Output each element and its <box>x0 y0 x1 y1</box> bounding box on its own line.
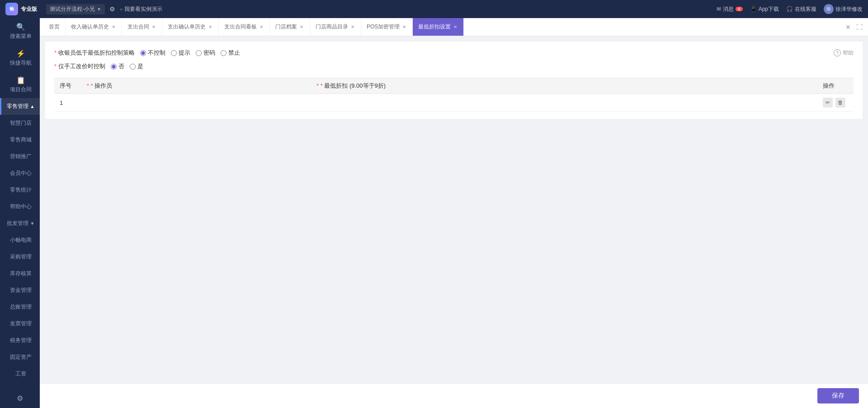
tab-payment-contract[interactable]: 支出合同 ✕ <box>122 18 162 36</box>
sidebar-item-wholesale[interactable]: 批发管理 ▼ <box>0 215 40 232</box>
sidebar-item-ecommerce[interactable]: 小畅电商 <box>0 232 40 249</box>
tab-pos-password[interactable]: POS加密管理 ✕ <box>361 18 413 36</box>
sidebar-item-tax[interactable]: 税务管理 <box>0 332 40 349</box>
col-header-action: 操作 <box>817 78 854 94</box>
field1-radio-password[interactable] <box>196 50 202 56</box>
sidebar-item-ledger[interactable]: 总账管理 <box>0 299 40 315</box>
sidebar-item-search[interactable]: 🔍 搜索菜单 <box>0 18 40 45</box>
tab-close-all-button[interactable]: ✕ <box>844 22 853 33</box>
sidebar-label-retail: 零售管理 <box>7 103 28 110</box>
sidebar-label-smart-store: 智慧门店 <box>10 119 32 127</box>
tab-store-file[interactable]: 门店档案 ✕ <box>270 18 310 36</box>
online-service-label: 在线客服 <box>795 5 816 13</box>
settings-card: 收银员低于最低折扣控制策略 不控制 提示 密码 <box>45 42 863 119</box>
table-row: 1 ✏ 🗑 <box>54 94 854 112</box>
tab-pos-password-label: POS加密管理 <box>367 23 400 31</box>
sidebar-item-invoice[interactable]: 发票管理 <box>0 315 40 332</box>
sidebar-label-member: 会员中心 <box>10 169 32 177</box>
tab-payment-confirm-history[interactable]: 支出确认单历史 ✕ <box>162 18 219 36</box>
sidebar-label-ledger: 总账管理 <box>10 303 32 311</box>
tab-store-file-close[interactable]: ✕ <box>299 24 304 30</box>
tab-pos-password-close[interactable]: ✕ <box>401 24 407 30</box>
sidebar-item-assets[interactable]: 固定资产 <box>0 349 40 366</box>
tab-fullscreen-button[interactable]: ⛶ <box>854 22 864 33</box>
field1-option-forbid[interactable]: 禁止 <box>221 49 240 57</box>
phone-icon: 📱 <box>750 6 757 12</box>
field2-option-no[interactable]: 否 <box>111 62 124 70</box>
sidebar-item-salary[interactable]: 工资 <box>0 366 40 382</box>
field2-radio-yes[interactable] <box>130 64 136 70</box>
tab-payment-contract-label: 支出合同 <box>127 23 149 31</box>
tab-payment-contract-view[interactable]: 支出合同看板 ✕ <box>219 18 270 36</box>
tab-payment-confirm-history-label: 支出确认单历史 <box>168 23 206 31</box>
field1-radio-remind[interactable] <box>171 50 177 56</box>
online-service-action[interactable]: 🎧 在线客服 <box>786 5 816 13</box>
project-selector[interactable]: 测试分开流程-小兄 ▼ <box>46 4 105 14</box>
sidebar-item-help[interactable]: 帮助中心 <box>0 198 40 215</box>
headset-icon: 🎧 <box>786 6 793 12</box>
message-badge: 8 <box>736 7 743 11</box>
sidebar-label-search: 搜索菜单 <box>10 33 32 40</box>
project-selector-arrow: ▼ <box>97 7 101 12</box>
sidebar-gear-button[interactable]: ⚙ <box>0 389 40 408</box>
field1-radio-forbid[interactable] <box>221 50 226 56</box>
tab-min-discount[interactable]: 最低折扣设置 ✕ <box>413 18 464 36</box>
field1-option-no-control[interactable]: 不控制 <box>140 49 165 57</box>
settings-button[interactable]: ⚙ <box>109 5 115 13</box>
demo-link[interactable]: 我要看实例演示 <box>120 5 162 13</box>
sidebar-item-retail[interactable]: 零售管理 ▲ <box>0 98 40 115</box>
help-button[interactable]: 帮助 <box>834 49 854 57</box>
save-button[interactable]: 保存 <box>817 388 859 403</box>
user-avatar-area[interactable]: 徐 徐泽华修改 <box>824 4 863 14</box>
sidebar-item-shortcut[interactable]: ⚡ 快捷导航 <box>0 45 40 71</box>
sidebar-item-project[interactable]: 📋 项目合同 <box>0 71 40 98</box>
tab-min-discount-label: 最低折扣设置 <box>418 23 451 31</box>
sidebar-item-smart-store[interactable]: 智慧门店 <box>0 115 40 131</box>
sidebar-label-marketing: 营销推广 <box>10 153 32 160</box>
sidebar-label-online-store: 零售商城 <box>10 136 32 144</box>
table-header-row: 序号 * 操作员 * 最低折扣 (9.00等于9折) 操作 <box>54 78 854 94</box>
field2-radio-no[interactable] <box>111 64 117 70</box>
sidebar-item-retail-stats[interactable]: 零售统计 <box>0 182 40 198</box>
field2-option-yes[interactable]: 是 <box>130 62 143 70</box>
sidebar-item-inventory[interactable]: 库存核算 <box>0 265 40 282</box>
tab-store-product-label: 门店商品目录 <box>316 23 348 31</box>
page-footer: 保存 <box>40 383 868 408</box>
logo-icon: 畅 <box>5 3 18 15</box>
tab-store-product-close[interactable]: ✕ <box>350 24 355 30</box>
sidebar-item-online-store[interactable]: 零售商城 <box>0 131 40 148</box>
wholesale-arrow-icon: ▼ <box>30 221 35 226</box>
message-label: 消息 <box>723 5 734 13</box>
tab-min-discount-close[interactable]: ✕ <box>453 24 458 30</box>
delete-button[interactable]: 🗑 <box>835 98 845 108</box>
tab-income-history-close[interactable]: ✕ <box>111 24 116 30</box>
tab-home[interactable]: 首页 <box>43 18 66 36</box>
sidebar-item-marketing[interactable]: 营销推广 <box>0 148 40 165</box>
tab-income-history[interactable]: 收入确认单历史 ✕ <box>66 18 122 36</box>
cell-discount <box>311 94 817 112</box>
field1-label: 收银员低于最低折扣控制策略 <box>54 49 135 57</box>
field2-radio-group: 否 是 <box>111 62 143 70</box>
sidebar-item-purchase[interactable]: 采购管理 <box>0 249 40 265</box>
tab-payment-confirm-history-close[interactable]: ✕ <box>208 24 213 30</box>
sidebar-item-member[interactable]: 会员中心 <box>0 165 40 182</box>
logo: 畅 专业版 <box>5 3 42 15</box>
tab-store-product[interactable]: 门店商品目录 ✕ <box>310 18 361 36</box>
sidebar-item-finance[interactable]: 资金管理 <box>0 282 40 299</box>
tab-income-history-label: 收入确认单历史 <box>71 23 109 31</box>
field1-option-password[interactable]: 密码 <box>196 49 215 57</box>
field1-option-remind[interactable]: 提示 <box>171 49 190 57</box>
tab-payment-contract-view-close[interactable]: ✕ <box>259 24 264 30</box>
field1-radio-no-control[interactable] <box>140 50 146 56</box>
retail-arrow-icon: ▲ <box>30 104 35 109</box>
sidebar-label-help: 帮助中心 <box>10 203 32 211</box>
app-download-action[interactable]: 📱 App下载 <box>750 5 779 13</box>
sidebar-label-invoice: 发票管理 <box>10 320 32 328</box>
form-row-1: 收银员低于最低折扣控制策略 不控制 提示 密码 <box>54 49 854 57</box>
edit-button[interactable]: ✏ <box>823 98 833 108</box>
col-header-seq: 序号 <box>54 78 81 94</box>
tab-payment-contract-close[interactable]: ✕ <box>151 24 156 30</box>
tab-home-label: 首页 <box>49 23 60 31</box>
sidebar-label-ecommerce: 小畅电商 <box>10 236 32 244</box>
message-action[interactable]: ✉ 消息 8 <box>717 5 743 13</box>
